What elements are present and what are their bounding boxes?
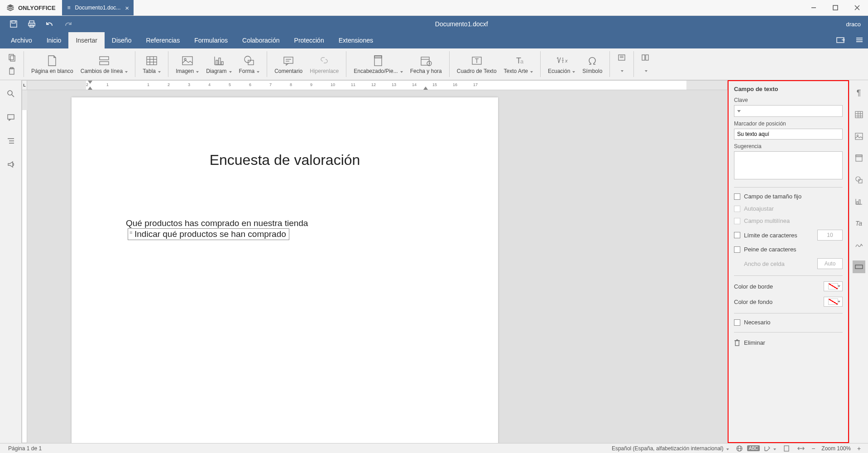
- blank-page-button[interactable]: Página en blanco: [28, 51, 77, 77]
- zoom-indicator[interactable]: Zoom 100%: [818, 445, 854, 452]
- document-title: Documento1.docxf: [77, 20, 846, 28]
- controls-dropdown[interactable]: [615, 66, 628, 77]
- fit-width-button[interactable]: [793, 446, 809, 451]
- copy-button[interactable]: [5, 52, 18, 63]
- headings-button[interactable]: [5, 135, 16, 146]
- chart-settings-button[interactable]: [853, 195, 865, 208]
- save-button[interactable]: [5, 16, 23, 32]
- form-settings-button[interactable]: [853, 260, 865, 273]
- pilcrow-icon: ¶: [857, 88, 861, 98]
- comment-icon: [283, 56, 294, 66]
- tab-inicio[interactable]: Inicio: [39, 32, 69, 48]
- document-tab[interactable]: ≡ Documento1.doc... ×: [62, 0, 134, 15]
- tab-close-icon[interactable]: ×: [125, 4, 129, 12]
- checkbox-icon[interactable]: [734, 193, 740, 200]
- page-indicator[interactable]: Página 1 de 1: [5, 445, 45, 452]
- paste-button[interactable]: [5, 66, 18, 77]
- image-button[interactable]: Imagen: [172, 51, 202, 77]
- textart-settings-button[interactable]: Ta: [853, 217, 865, 230]
- textart-button[interactable]: Ta Texto Arte: [500, 51, 537, 77]
- window-close[interactable]: [846, 0, 868, 15]
- fit-page-button[interactable]: [780, 445, 793, 452]
- tab-archivo[interactable]: Archivo: [4, 32, 39, 48]
- tab-diseno[interactable]: Diseño: [105, 32, 139, 48]
- abc-indicator[interactable]: ABC: [747, 445, 760, 451]
- controls-button[interactable]: [615, 52, 628, 63]
- header-settings-button[interactable]: [853, 152, 865, 164]
- svg-line-54: [12, 95, 14, 97]
- hint-textarea[interactable]: [734, 151, 843, 179]
- comment-button[interactable]: Comentario: [271, 51, 306, 77]
- text-form-field[interactable]: Indicar qué productos se han comprado: [128, 228, 289, 240]
- table-settings-button[interactable]: [853, 108, 865, 121]
- more-dropdown[interactable]: [639, 66, 652, 77]
- textbox-button[interactable]: T Cuadro de Texto: [453, 51, 500, 77]
- indent-marker-right[interactable]: [423, 87, 428, 90]
- symbol-button[interactable]: Símbolo: [579, 51, 606, 77]
- chart-button[interactable]: Diagram: [202, 51, 235, 77]
- zoom-in-button[interactable]: +: [854, 445, 863, 452]
- svg-point-25: [184, 58, 186, 60]
- header-footer-button[interactable]: Encabezado/Pie...: [350, 51, 406, 77]
- char-limit-row[interactable]: Límite de caracteres10: [734, 230, 843, 241]
- indent-marker-first[interactable]: [88, 81, 92, 84]
- comb-row[interactable]: Peine de caracteres: [734, 246, 843, 253]
- svg-rect-28: [216, 60, 218, 65]
- checkbox-icon[interactable]: [734, 232, 740, 238]
- table-button[interactable]: Tabla: [139, 51, 164, 77]
- fixed-size-row[interactable]: Campo de tamaño fijo: [734, 193, 843, 200]
- paragraph-settings-button[interactable]: ¶: [853, 87, 865, 99]
- checkbox-icon[interactable]: [734, 319, 740, 326]
- redo-button[interactable]: [59, 16, 77, 32]
- tab-formularios[interactable]: Formularios: [187, 32, 235, 48]
- signature-settings-button[interactable]: [853, 239, 865, 251]
- tab-proteccion[interactable]: Protección: [287, 32, 331, 48]
- border-color-picker[interactable]: [824, 281, 843, 291]
- more-button[interactable]: [639, 52, 652, 63]
- hyperlink-button[interactable]: Hiperenlace: [306, 51, 342, 77]
- horizontal-ruler[interactable]: 211234567891011121314151617: [27, 80, 728, 90]
- char-limit-spinner[interactable]: 10: [817, 230, 843, 241]
- shape-settings-button[interactable]: [853, 173, 865, 186]
- delete-button[interactable]: Eliminar: [734, 339, 843, 346]
- svg-rect-17: [100, 57, 109, 60]
- track-icon: [763, 445, 771, 452]
- required-row[interactable]: Necesario: [734, 319, 843, 326]
- language-indicator[interactable]: Español (España, alfabetización internac…: [608, 445, 733, 452]
- tab-insertar[interactable]: Insertar: [68, 32, 104, 48]
- user-name[interactable]: draco: [846, 21, 863, 28]
- window-minimize[interactable]: [803, 0, 825, 15]
- equation-button[interactable]: x Ecuación: [544, 51, 579, 77]
- view-settings-button[interactable]: [855, 37, 863, 44]
- open-location-button[interactable]: [836, 36, 845, 45]
- placeholder-input[interactable]: [734, 129, 843, 140]
- shape-button[interactable]: Forma: [235, 51, 264, 77]
- search-button[interactable]: [5, 88, 16, 99]
- chevron-down-icon: [399, 68, 403, 74]
- zoom-out-button[interactable]: −: [809, 445, 818, 452]
- window-maximize[interactable]: [825, 0, 846, 15]
- datetime-button[interactable]: Fecha y hora: [407, 51, 446, 77]
- image-settings-button[interactable]: [853, 130, 865, 143]
- track-changes-button[interactable]: [760, 445, 780, 452]
- comments-button[interactable]: [5, 112, 16, 123]
- feedback-button[interactable]: [5, 159, 16, 170]
- ruler-corner[interactable]: L: [22, 80, 27, 90]
- page[interactable]: Encuesta de valoración Qué productos has…: [72, 97, 498, 443]
- tab-extensiones[interactable]: Extensiones: [331, 32, 380, 48]
- tab-referencias[interactable]: Referencias: [139, 32, 187, 48]
- print-button[interactable]: [23, 16, 41, 32]
- undo-button[interactable]: [41, 16, 59, 32]
- breaks-button[interactable]: Cambios de línea: [77, 51, 131, 77]
- spellcheck-button[interactable]: [733, 445, 747, 452]
- indent-marker-left[interactable]: [88, 87, 92, 90]
- bg-color-picker[interactable]: [824, 297, 843, 307]
- key-combo[interactable]: [734, 105, 843, 117]
- svg-text:x: x: [565, 58, 568, 63]
- checkbox-icon[interactable]: [734, 246, 740, 253]
- document-canvas[interactable]: Encuesta de valoración Qué productos has…: [27, 90, 728, 443]
- tab-colaboracion[interactable]: Colaboración: [235, 32, 287, 48]
- vertical-ruler[interactable]: [22, 90, 27, 443]
- app-name: ONLYOFFICE: [18, 5, 56, 11]
- menu-icon: [855, 37, 863, 43]
